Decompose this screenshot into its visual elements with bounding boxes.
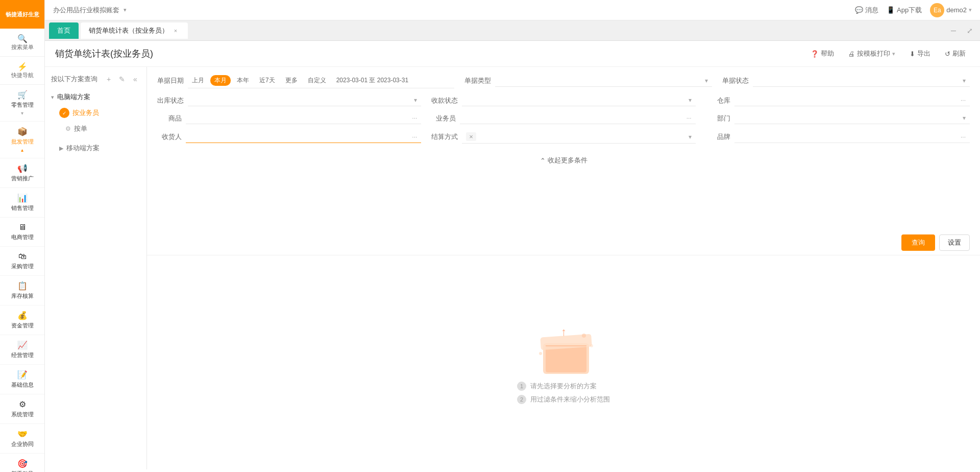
tabs-bar: 首页 销货单统计表（按业务员） × ─ ⤢ [45,20,980,41]
tabs-actions: ─ ⤢ [947,25,976,37]
brand-input[interactable]: ··· [734,131,970,143]
sidebar-item-purchase[interactable]: 🛍 采购管理 [0,247,44,276]
sidebar-item-guide[interactable]: 🎯 新手引导 [0,454,44,472]
doc-type-input[interactable]: ▾ [495,75,712,87]
print-btn[interactable]: 🖨 按模板打印 ▾ [844,47,899,60]
settlement-label: 结算方式 [431,132,462,141]
scheme-group-mobile-header[interactable]: ▶ 移动端方案 [45,140,146,156]
hint-1-num: 1 [517,382,526,391]
app-logo: 畅捷通好生意 [0,0,44,29]
svg-point-5 [582,334,586,338]
sidebar-item-sales[interactable]: 📊 销售管理 [0,188,44,218]
page-content: 销货单统计表(按业务员) ❓ 帮助 🖨 按模板打印 ▾ ⬇ 导出 ↺ 刷新 [45,41,980,472]
edit-scheme-btn[interactable]: ✎ [117,74,127,84]
sidebar-item-search[interactable]: 🔍 搜索菜单 [0,29,44,57]
settlement-input[interactable]: × ▾ [462,130,695,144]
date-field: 单据日期 上月 本月 本年 近7天 更多 自定义 20 [157,73,454,88]
salesperson-label: 业务员 [431,114,460,123]
sub-indent-icon: ⚙ [65,125,71,132]
department-label: 部门 [706,114,734,123]
user-profile[interactable]: Ea demo2 ▾ [930,3,972,17]
doc-status-input[interactable]: ▾ [753,75,970,87]
scheme-group-mobile: ▶ 移动端方案 [45,138,146,158]
tab-home[interactable]: 首页 [49,22,79,39]
collapse-icon: ⌃ [540,157,546,164]
tab-minimize-btn[interactable]: ─ [947,25,960,37]
collapse-row: ⌃ 收起更多条件 [157,150,970,169]
ecom-icon: 🖥 [18,223,27,232]
home-tab-label: 首页 [57,26,70,35]
tab-maximize-btn[interactable]: ⤢ [964,25,976,37]
doc-type-dropdown-icon: ▾ [705,77,708,84]
receiver-label: 收货人 [157,132,186,141]
empty-state: ↑ 1 请先选择要分析的方案 [147,255,980,470]
avatar: Ea [930,3,944,17]
hint-2-text: 用过滤条件来缩小分析范围 [530,395,610,404]
date-tab-more[interactable]: 更多 [281,75,302,86]
app-download-btn[interactable]: 📱 App下载 [887,6,922,15]
receive-status-label: 收款状态 [431,96,462,105]
refresh-btn[interactable]: ↺ 刷新 [941,47,970,60]
message-btn[interactable]: 💬 消息 [855,6,878,15]
receiver-input[interactable]: ··· [186,131,421,143]
header-right: 💬 消息 📱 App下载 Ea demo2 ▾ [855,3,972,17]
date-tab-this-month[interactable]: 本月 [210,75,231,86]
sidebar-item-basic-info[interactable]: 📝 基础信息 [0,365,44,394]
collapse-btn[interactable]: ⌃ 收起更多条件 [532,154,596,167]
tab-close-btn[interactable]: × [172,27,180,35]
out-status-input[interactable]: ▾ [188,95,421,106]
sidebar-item-operations[interactable]: 📈 经营管理 [0,335,44,365]
collapse-scheme-btn[interactable]: « [130,74,140,84]
page-header: 销货单统计表(按业务员) ❓ 帮助 🖨 按模板打印 ▾ ⬇ 导出 ↺ 刷新 [45,41,980,67]
wholesale-icon: 📦 [17,127,28,136]
message-icon: 💬 [855,6,863,14]
product-field: 商品 ··· [157,112,421,124]
date-tab-last-month[interactable]: 上月 [188,75,208,86]
sales-icon: 📊 [17,193,28,203]
system-icon: ⚙ [19,399,26,409]
settlement-dropdown-icon: ▾ [689,133,692,140]
workspace-dropdown-icon[interactable]: ▾ [124,7,127,13]
warehouse-input[interactable]: ··· [734,95,970,106]
export-icon: ⬇ [910,50,915,58]
settings-btn[interactable]: 设置 [939,234,970,251]
query-btn[interactable]: 查询 [901,234,935,251]
date-range-display: 2023-03-01 至 2023-03-31 [336,76,408,85]
salesperson-input[interactable]: ··· [460,112,695,124]
department-input[interactable]: ▾ [734,112,970,124]
sidebar-item-system[interactable]: ⚙ 系统管理 [0,394,44,424]
export-btn[interactable]: ⬇ 导出 [905,47,935,60]
scheme-item-active-icon: ✓ [59,108,69,118]
sidebar-item-inventory[interactable]: 📋 库存核算 [0,276,44,305]
date-tab-this-year[interactable]: 本年 [233,75,253,86]
add-scheme-btn[interactable]: + [104,74,114,84]
scheme-group-desktop-header[interactable]: ▾ 电脑端方案 [45,89,146,105]
sidebar-item-retail[interactable]: 🛒 零售管理 ▾ [0,85,44,122]
help-btn[interactable]: ❓ 帮助 [806,47,838,60]
scheme-item-salesperson[interactable]: ✓ 按业务员 [45,105,146,121]
scheme-item-by-order[interactable]: ⚙ 按单 [45,121,146,136]
sidebar-item-corp-collab[interactable]: 🤝 企业协同 [0,424,44,454]
top-header: 办公用品行业模拟账套 ▾ 💬 消息 📱 App下载 Ea demo2 ▾ [45,0,980,20]
product-label: 商品 [157,114,186,123]
hint-2-num: 2 [517,395,526,404]
date-tab-7days[interactable]: 近7天 [255,75,279,86]
date-tab-custom[interactable]: 自定义 [304,75,330,86]
tab-sales-stats[interactable]: 销货单统计表（按业务员） × [81,22,188,39]
sidebar-item-ecom[interactable]: 🖥 电商管理 [0,218,44,247]
sidebar-item-marketing[interactable]: 📢 营销推广 [0,158,44,188]
product-input[interactable]: ··· [186,112,421,124]
sidebar-item-wholesale[interactable]: 📦 批发管理 ▴ [0,122,44,158]
collab-icon: 🤝 [17,429,28,439]
scheme-actions: + ✎ « [104,74,140,84]
operations-icon: 📈 [17,340,28,350]
department-dropdown-icon: ▾ [963,114,966,122]
sidebar-item-finance[interactable]: 💰 资金管理 [0,305,44,335]
doc-type-field: 单据类型 ▾ [464,75,712,87]
workspace-name: 办公用品行业模拟账套 [53,6,119,15]
receive-status-input[interactable]: ▾ [462,95,695,106]
sidebar-item-quick[interactable]: ⚡ 快捷导航 [0,57,44,85]
query-actions: 查询 设置 [147,232,980,255]
receiver-more-icon: ··· [412,133,417,140]
settlement-tag-close[interactable]: × [469,133,473,140]
